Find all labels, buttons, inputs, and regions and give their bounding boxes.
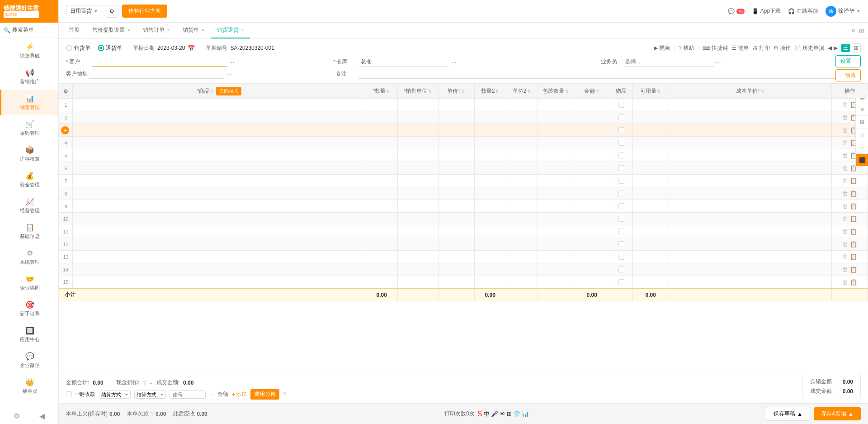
row-unit2-5[interactable] (506, 149, 538, 162)
row-unit-12[interactable] (397, 238, 438, 251)
row-unit2-3[interactable] (506, 124, 538, 137)
settings-form-btn[interactable]: 设置 (835, 55, 861, 67)
gift-checkbox-3[interactable] (618, 127, 624, 133)
copy-row-10[interactable]: 📋 (850, 215, 857, 222)
right-tool-4[interactable]: ☆ (856, 129, 868, 141)
staff-input[interactable] (623, 57, 714, 67)
row-unit-8[interactable] (397, 187, 438, 200)
add-btn[interactable]: + 添加 (232, 391, 247, 398)
warehouse-dots[interactable]: ··· (451, 58, 457, 66)
row-product-4[interactable] (73, 137, 366, 149)
row-cost-6[interactable] (669, 162, 831, 175)
row-available-7[interactable] (632, 175, 669, 187)
copy-row-11[interactable]: 📋 (850, 228, 857, 235)
tab-sales-order[interactable]: 销售订单 × (137, 23, 176, 38)
row-cost-2[interactable] (669, 111, 831, 124)
sidebar-item-basics[interactable]: 📋 基础信息 (0, 219, 58, 244)
row-pack-qty-3[interactable] (538, 124, 574, 137)
account-dots[interactable]: ··· (209, 391, 214, 398)
search-menu[interactable]: 🔍 搜索菜单 (0, 23, 58, 38)
sort-unit2[interactable]: ⇅ (527, 89, 531, 94)
row-settings-8[interactable]: 8 (59, 187, 73, 200)
sidebar-item-member[interactable]: 👑 畅会员 (0, 373, 58, 399)
price-help-icon[interactable]: ? (458, 89, 461, 94)
row-pack-qty-8[interactable] (538, 187, 574, 200)
row-settings-13[interactable]: 13 (59, 251, 73, 263)
row-available-4[interactable] (632, 137, 669, 149)
right-tool-6[interactable]: ⬛ (856, 154, 868, 167)
row-pack-qty-11[interactable] (538, 225, 574, 238)
delete-row-3[interactable]: 🗑 (842, 127, 848, 133)
sort-available[interactable]: ⇅ (657, 89, 661, 94)
row-amount-9[interactable] (574, 200, 610, 213)
row-qty2-4[interactable] (474, 137, 506, 149)
row-product-14[interactable] (73, 263, 366, 276)
row-gift-7[interactable] (610, 175, 632, 187)
row-price-11[interactable] (438, 225, 474, 238)
warehouse-input[interactable] (359, 57, 449, 67)
row-gift-1[interactable] (610, 99, 632, 111)
row-product-10[interactable] (73, 213, 366, 225)
row-qty2-11[interactable] (474, 225, 506, 238)
row-unit-9[interactable] (397, 200, 438, 213)
gift-checkbox-10[interactable] (618, 216, 624, 222)
delete-row-2[interactable]: 🗑 (842, 114, 848, 121)
right-tool-3[interactable]: ⊞ (856, 116, 868, 129)
row-amount-5[interactable] (574, 149, 610, 162)
settings-icon[interactable]: ⚙ (14, 412, 20, 420)
close-all-tabs[interactable]: × (849, 25, 857, 37)
sort-unit[interactable]: ⇅ (428, 89, 432, 94)
row-price-4[interactable] (438, 137, 474, 149)
row-qty-6[interactable] (366, 162, 397, 175)
row-qty2-9[interactable] (474, 200, 506, 213)
sidebar-item-inventory[interactable]: 📦 库存核算 (0, 141, 58, 167)
header-action-operate[interactable]: ⚙ 操作 (774, 44, 791, 52)
row-amount-7[interactable] (574, 175, 610, 187)
row-pack-qty-12[interactable] (538, 238, 574, 251)
online-service-item[interactable]: 🎧 在线客服 (788, 7, 818, 15)
row-product-12[interactable] (73, 238, 366, 251)
row-qty2-6[interactable] (474, 162, 506, 175)
row-qty-15[interactable] (366, 276, 397, 289)
row-amount-2[interactable] (574, 111, 610, 124)
product-input-3[interactable] (75, 127, 364, 133)
row-product-11[interactable] (73, 225, 366, 238)
row-qty2-13[interactable] (474, 251, 506, 263)
copy-row-12[interactable]: 📋 (850, 241, 857, 248)
prev-icon[interactable]: ◀ (828, 45, 832, 51)
copy-row-13[interactable]: 📋 (850, 253, 857, 260)
one-click-pay-checkbox[interactable]: 一键收款 (66, 391, 95, 398)
sidebar-item-guide[interactable]: 🎯 新手引导 (0, 296, 58, 322)
row-price-14[interactable] (438, 263, 474, 276)
row-cost-10[interactable] (669, 213, 831, 225)
sidebar-item-operations[interactable]: 📈 经营管理 (0, 193, 58, 219)
row-product-7[interactable] (73, 175, 366, 187)
delete-row-15[interactable]: 🗑 (842, 279, 848, 286)
row-unit-2[interactable] (397, 111, 438, 124)
add-row-btn[interactable]: + (61, 126, 69, 134)
close-sales-return[interactable]: × (241, 28, 244, 33)
sidebar-item-wechat[interactable]: 💬 企业微信 (0, 348, 58, 373)
row-available-1[interactable] (632, 99, 669, 111)
customer-dots[interactable]: ··· (229, 58, 235, 66)
row-amount-11[interactable] (574, 225, 610, 238)
daily-select[interactable]: 日用百货 ▼ (66, 5, 102, 17)
close-sales-out[interactable]: × (202, 28, 204, 33)
row-qty-10[interactable] (366, 213, 397, 225)
row-unit-11[interactable] (397, 225, 438, 238)
close-price-settings[interactable]: × (127, 28, 130, 33)
gift-checkbox-13[interactable] (618, 254, 624, 260)
row-settings-7[interactable]: 7 (59, 175, 73, 187)
sidebar-item-app-center[interactable]: 🔲 应用中心 (0, 322, 58, 348)
row-qty-12[interactable] (366, 238, 397, 251)
row-cost-13[interactable] (669, 251, 831, 263)
delete-row-6[interactable]: 🗑 (842, 165, 848, 172)
maximize-tabs[interactable]: ⊞ (859, 27, 864, 34)
delete-row-10[interactable]: 🗑 (842, 215, 848, 222)
row-pack-qty-7[interactable] (538, 175, 574, 187)
gift-checkbox-6[interactable] (618, 165, 624, 171)
header-action-select[interactable]: ☰ 选单 (731, 44, 749, 52)
row-cost-3[interactable] (669, 124, 831, 137)
row-unit-4[interactable] (397, 137, 438, 149)
row-cost-4[interactable] (669, 137, 831, 149)
